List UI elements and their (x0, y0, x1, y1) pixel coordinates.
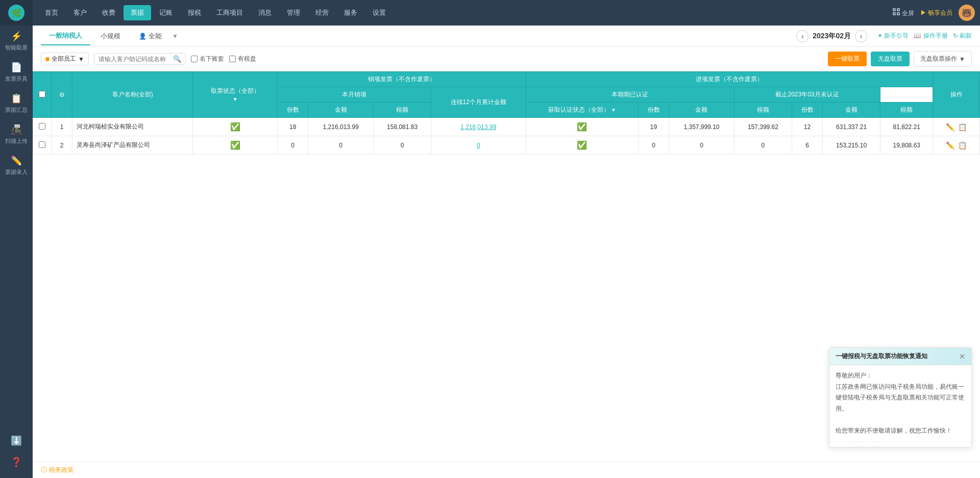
row-checkbox[interactable] (39, 123, 45, 130)
guide-btn[interactable]: ✦ 新手引导 (877, 32, 909, 40)
row-fetch-status: ✅ (193, 136, 278, 155)
row-actions: ✏️ 📋 (933, 118, 980, 136)
tab-general[interactable]: 一般纳税人 (41, 27, 90, 45)
svg-rect-3 (897, 9, 899, 11)
row-cert-status: ✅ (526, 118, 638, 136)
refresh-btn[interactable]: ↻ 刷新 (953, 32, 972, 40)
one-key-btn[interactable]: 一键取票 (828, 52, 867, 66)
employee-dot (45, 57, 50, 61)
topnav-home[interactable]: 首页 (38, 5, 65, 20)
row-fetch-status: ✅ (193, 118, 278, 136)
row-no: 2 (52, 136, 72, 155)
th-amount3: 金额 (823, 103, 880, 118)
notification-scroll[interactable]: 尊敬的用户： 江苏政务网已恢访问电子税务局功能，易代账一键登陆电子税务局与无盘取… (829, 365, 971, 447)
th-amount2: 金额 (669, 103, 734, 118)
sidebar-item-data-entry[interactable]: ✏️ 票据录入 (0, 150, 33, 181)
th-settings: ⚙ (52, 72, 72, 118)
th-count2: 份数 (638, 103, 669, 118)
row-uncert-amount: 631,337.21 (823, 118, 880, 136)
topnav-business[interactable]: 工商项目 (209, 5, 250, 20)
sidebar-item-smart-fetch[interactable]: ⚡ 智能取票 (0, 26, 33, 57)
topnav-manage[interactable]: 管理 (280, 5, 307, 20)
table-row: 2 灵寿县尚泽矿产品有限公司 ✅ 0 0 0 0 ✅ 0 0 0 6 153,2… (33, 136, 980, 155)
employee-select[interactable]: 全部员工 ▼ (41, 53, 89, 65)
topnav-tax[interactable]: 报税 (181, 5, 208, 20)
no-disk-btn[interactable]: 无盘取票 (871, 52, 910, 66)
row-uncert-amount: 153,215.10 (823, 136, 880, 155)
checkbox-taxpad[interactable]: 有税盘 (229, 55, 256, 63)
row-12month: 1,216,013.99 (431, 118, 526, 136)
toolbar: 全部员工 ▼ 🔍 名下账套 有税盘 一键取票 无盘取票 无盘取票操作 ▼ (33, 47, 980, 71)
next-month-btn[interactable]: › (855, 30, 867, 42)
12month-link[interactable]: 0 (477, 142, 480, 149)
edit-icon[interactable]: ✏️ (946, 141, 954, 149)
th-tax1: 税额 (374, 103, 431, 118)
sidebar-item-invoice-open[interactable]: 📄 发票开具 (0, 57, 33, 88)
notification-date: 2023年3月20日 (829, 442, 971, 447)
th-sales-group: 销项发票（不含作废票） (278, 72, 526, 87)
tax-policy-link[interactable]: ⓘ 税务政策 (41, 466, 74, 474)
topnav-service[interactable]: 服务 (337, 5, 364, 20)
toolbar-right: 一键取票 无盘取票 无盘取票操作 ▼ (828, 51, 972, 67)
row-checkbox-cell (33, 136, 52, 155)
row-name: 河北柯瑞桢实业有限公司 (72, 118, 193, 136)
th-this-month: 本月销项 (278, 87, 431, 103)
detail-icon[interactable]: 📋 (958, 141, 967, 149)
checkbox-account-input[interactable] (191, 56, 198, 62)
search-input[interactable] (99, 56, 173, 63)
th-uncertified: 截止2023年03月未认证 (734, 87, 880, 103)
topnav-client[interactable]: 客户 (66, 5, 94, 20)
fetch-status-icon: ✅ (230, 141, 240, 149)
th-tax2: 税额 (734, 103, 792, 118)
fetch-status-icon: ✅ (230, 122, 240, 131)
detail-icon[interactable]: 📋 (958, 123, 967, 131)
row-uncert-tax: 19,808.63 (880, 136, 933, 155)
svg-text:🌿: 🌿 (11, 8, 21, 18)
edit-icon[interactable]: ✏️ (946, 123, 954, 131)
tab-all[interactable]: 👤 全能 (131, 28, 170, 45)
row-checkbox-cell (33, 118, 52, 136)
tab-small[interactable]: 小规模 (92, 28, 129, 45)
search-icon[interactable]: 🔍 (173, 55, 181, 63)
12month-link[interactable]: 1,216,013.99 (460, 123, 496, 131)
user-avatar[interactable]: 🐻 (959, 5, 975, 21)
th-amount1: 金额 (308, 103, 374, 118)
topnav-message[interactable]: 消息 (251, 5, 279, 20)
prev-month-btn[interactable]: ‹ (796, 30, 808, 42)
row-12month: 0 (431, 136, 526, 155)
row-cert-count: 19 (638, 118, 669, 136)
manual-btn[interactable]: 📖 操作手册 (914, 32, 947, 40)
select-all-checkbox[interactable] (39, 91, 45, 97)
member-btn[interactable]: ▶ 畅享会员 (920, 9, 952, 17)
th-fetch-filter[interactable]: ▼ (233, 96, 238, 102)
checkbox-taxpad-input[interactable] (229, 56, 236, 62)
no-disk-op-btn[interactable]: 无盘取票操作 ▼ (914, 51, 972, 67)
tab-more-btn[interactable]: ▼ (172, 33, 178, 40)
topnav-accounting[interactable]: 记账 (152, 5, 180, 20)
table-row: 1 河北柯瑞桢实业有限公司 ✅ 18 1,216,013.99 158,081.… (33, 118, 980, 136)
row-checkbox[interactable] (39, 141, 45, 148)
topnav-billing[interactable]: 收费 (95, 5, 122, 20)
th-cert-filter[interactable]: ▼ (611, 107, 616, 113)
topnav-settings[interactable]: 设置 (365, 5, 393, 20)
sidebar-item-scan-upload[interactable]: 📠 扫描上传 (0, 119, 33, 150)
notification-header: 一键报税与无盘取票功能恢复通知 ✕ (829, 348, 971, 365)
clipboard-icon: 📋 (11, 93, 22, 104)
topnav-operation[interactable]: 经营 (308, 5, 336, 20)
row-name: 灵寿县尚泽矿产品有限公司 (72, 136, 193, 155)
sidebar-item-invoice-summary[interactable]: 📋 票据汇总 (0, 88, 33, 119)
th-certified: 本期期已认证 (526, 87, 734, 103)
sidebar-item-download[interactable]: ⬇️ (0, 430, 33, 451)
topnav-invoice[interactable]: 票据 (124, 5, 151, 20)
checkbox-account[interactable]: 名下账套 (191, 55, 224, 63)
sidebar-item-help[interactable]: ❓ (0, 451, 33, 473)
tab-right-actions: ✦ 新手引导 📖 操作手册 ↻ 刷新 (877, 32, 972, 40)
document-icon: 📄 (11, 62, 22, 73)
notification-close-btn[interactable]: ✕ (959, 353, 965, 361)
th-name: 客户名称(全部) (72, 72, 193, 118)
notification-title: 一键报税与无盘取票功能恢复通知 (836, 352, 927, 361)
svg-rect-2 (893, 9, 895, 11)
dropdown-chevron: ▼ (959, 56, 965, 63)
fullscreen-btn[interactable]: 全屏 (893, 8, 914, 18)
row-cert-tax: 157,399.62 (734, 118, 792, 136)
